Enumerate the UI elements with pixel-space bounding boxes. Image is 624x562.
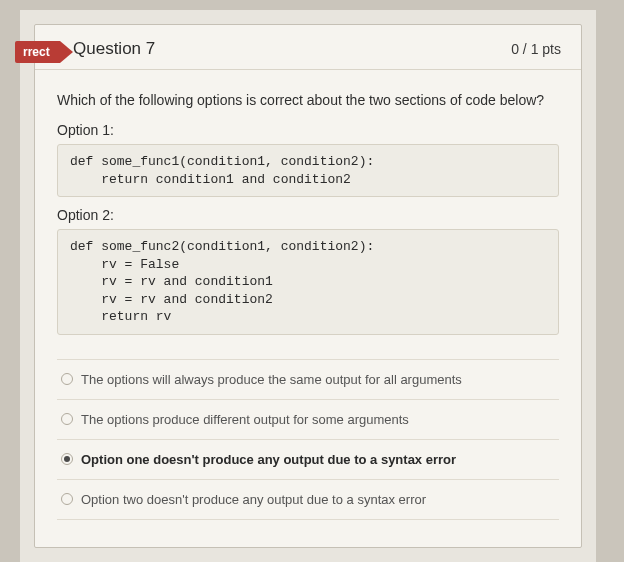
radio-icon [61, 413, 73, 425]
radio-icon [61, 453, 73, 465]
answer-text: The options produce different output for… [81, 412, 409, 427]
question-prompt: Which of the following options is correc… [57, 92, 559, 108]
answer-option[interactable]: Option one doesn't produce any output du… [57, 439, 559, 479]
page-container: rrect Question 7 0 / 1 pts Which of the … [20, 10, 596, 562]
radio-icon [61, 373, 73, 385]
answer-text: The options will always produce the same… [81, 372, 462, 387]
question-card: rrect Question 7 0 / 1 pts Which of the … [34, 24, 582, 548]
answer-option[interactable]: The options produce different output for… [57, 399, 559, 439]
code-block-1: def some_func1(condition1, condition2): … [57, 144, 559, 197]
badge-text: rrect [23, 45, 50, 59]
option2-label: Option 2: [57, 207, 559, 223]
answer-text: Option one doesn't produce any output du… [81, 452, 456, 467]
card-header: Question 7 0 / 1 pts [35, 25, 581, 70]
answer-option[interactable]: The options will always produce the same… [57, 359, 559, 399]
answer-list: The options will always produce the same… [57, 359, 559, 520]
question-title: Question 7 [73, 39, 155, 59]
code-block-2: def some_func2(condition1, condition2): … [57, 229, 559, 335]
answer-option[interactable]: Option two doesn't produce any output du… [57, 479, 559, 520]
radio-icon [61, 493, 73, 505]
card-body: Which of the following options is correc… [35, 70, 581, 530]
option1-label: Option 1: [57, 122, 559, 138]
incorrect-badge: rrect [15, 41, 60, 63]
answer-text: Option two doesn't produce any output du… [81, 492, 426, 507]
question-points: 0 / 1 pts [511, 41, 561, 57]
